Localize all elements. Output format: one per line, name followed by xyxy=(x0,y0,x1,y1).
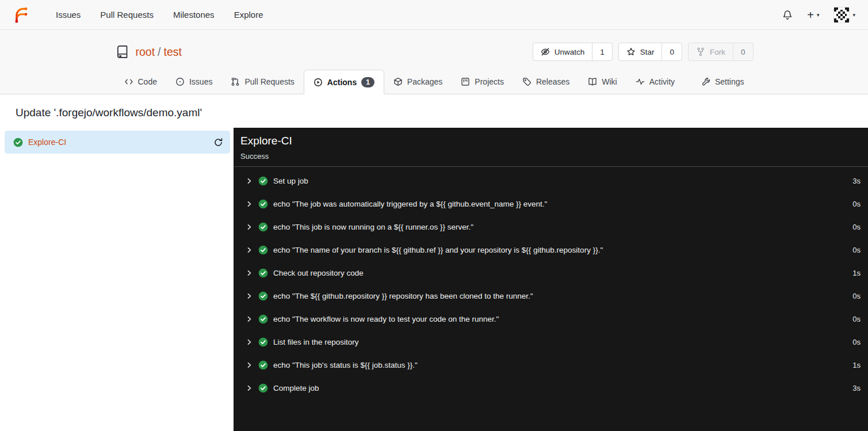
success-check-icon xyxy=(258,245,268,255)
play-circle-icon xyxy=(313,78,323,87)
bell-icon xyxy=(782,10,793,20)
step-row[interactable]: echo "The job was automatically triggere… xyxy=(234,192,868,215)
navbar-links: Issues Pull Requests Milestones Explore xyxy=(46,10,273,20)
success-check-icon xyxy=(258,222,268,232)
repo-owner-link[interactable]: root xyxy=(136,45,155,59)
chevron-right-icon[interactable] xyxy=(246,223,253,231)
tab-label: Wiki xyxy=(602,77,617,86)
step-row[interactable]: List files in the repository 0s xyxy=(234,330,868,353)
success-check-icon xyxy=(258,291,268,301)
unwatch-label: Unwatch xyxy=(555,48,585,56)
step-name: echo "This job's status is ${{ job.statu… xyxy=(273,361,418,369)
step-row[interactable]: echo "The workflow is now ready to test … xyxy=(234,307,868,330)
chevron-right-icon[interactable] xyxy=(246,246,253,254)
jobs-sidebar: Explore-CI xyxy=(0,128,234,431)
tab-wiki[interactable]: Wiki xyxy=(579,70,626,94)
tab-label: Projects xyxy=(475,77,504,86)
sidebar-job-explore-ci[interactable]: Explore-CI xyxy=(5,131,230,154)
tab-projects[interactable]: Projects xyxy=(452,70,513,94)
chevron-right-icon[interactable] xyxy=(246,200,253,208)
repo-tab-bar: Code Issues Pull Requests Actions 1 xyxy=(115,66,754,94)
navbar-item-explore[interactable]: Explore xyxy=(224,10,273,20)
success-check-icon xyxy=(258,337,268,347)
chevron-right-icon[interactable] xyxy=(246,315,253,323)
navbar-item-milestones[interactable]: Milestones xyxy=(163,10,224,20)
chevron-right-icon[interactable] xyxy=(246,338,253,346)
unwatch-button[interactable]: Unwatch xyxy=(533,43,592,60)
job-step-panel: Explore-CI Success Set up job 3s echo "T… xyxy=(234,128,868,431)
tab-settings[interactable]: Settings xyxy=(692,70,754,94)
step-row[interactable]: Set up job 3s xyxy=(234,169,868,192)
repo-name-link[interactable]: test xyxy=(164,45,182,59)
tab-actions[interactable]: Actions 1 xyxy=(304,70,384,94)
tab-label: Packages xyxy=(407,77,442,86)
book-open-icon xyxy=(588,77,597,86)
chevron-right-icon[interactable] xyxy=(246,177,253,185)
chevron-right-icon[interactable] xyxy=(246,269,253,277)
step-list: Set up job 3s echo "The job was automati… xyxy=(234,169,868,399)
navbar-item-pull-requests[interactable]: Pull Requests xyxy=(90,10,163,20)
tab-releases[interactable]: Releases xyxy=(513,70,579,94)
workflow-run-title: Update '.forgejo/workflows/demo.yaml' xyxy=(16,105,868,120)
success-check-icon xyxy=(13,138,23,147)
main-content: Update '.forgejo/workflows/demo.yaml' Ex… xyxy=(0,94,868,431)
success-check-icon xyxy=(258,199,268,209)
step-duration: 0s xyxy=(852,292,861,300)
create-new-button[interactable]: + ▾ xyxy=(807,9,819,21)
step-name: Set up job xyxy=(273,177,308,185)
step-row[interactable]: Check out repository code 1s xyxy=(234,261,868,284)
star-button-group: Star 0 xyxy=(618,43,682,61)
star-label: Star xyxy=(640,48,655,56)
repo-separator: / xyxy=(158,45,160,59)
step-name: echo "The job was automatically triggere… xyxy=(273,200,547,208)
step-row[interactable]: echo "This job is now running on a ${{ r… xyxy=(234,215,868,238)
chevron-down-icon: ▾ xyxy=(817,12,820,18)
success-check-icon xyxy=(258,360,268,370)
tab-label: Releases xyxy=(536,77,569,86)
forks-count[interactable]: 0 xyxy=(733,43,753,60)
refresh-icon[interactable] xyxy=(213,138,223,147)
package-cube-icon xyxy=(393,77,403,86)
plus-icon: + xyxy=(807,9,814,21)
chevron-right-icon[interactable] xyxy=(246,292,253,300)
watchers-count[interactable]: 1 xyxy=(592,43,612,60)
notifications-button[interactable] xyxy=(782,10,793,20)
fork-button[interactable]: Fork xyxy=(689,43,733,60)
tab-label: Pull Requests xyxy=(244,77,294,86)
chevron-right-icon[interactable] xyxy=(246,384,253,392)
pulse-icon xyxy=(636,77,645,86)
tab-issues[interactable]: Issues xyxy=(166,70,221,94)
star-button[interactable]: Star xyxy=(619,43,662,60)
stars-count[interactable]: 0 xyxy=(661,43,682,60)
success-check-icon xyxy=(258,268,268,278)
step-name: echo "The workflow is now ready to test … xyxy=(273,315,499,323)
step-duration: 3s xyxy=(852,177,861,185)
tab-label: Settings xyxy=(715,77,744,86)
chevron-right-icon[interactable] xyxy=(246,361,253,369)
tab-pull-requests[interactable]: Pull Requests xyxy=(221,70,303,94)
tab-activity[interactable]: Activity xyxy=(626,70,684,94)
job-status-text: Success xyxy=(240,152,861,161)
eye-slash-icon xyxy=(541,47,550,56)
user-menu-button[interactable]: ▾ xyxy=(833,7,855,23)
step-name: echo "The name of your branch is ${{ git… xyxy=(273,246,603,254)
step-duration: 0s xyxy=(852,200,861,208)
tab-packages[interactable]: Packages xyxy=(384,70,452,94)
pull-request-icon xyxy=(231,77,240,86)
step-row[interactable]: echo "The ${{ github.repository }} repos… xyxy=(234,284,868,307)
tab-code[interactable]: Code xyxy=(115,70,166,94)
step-row[interactable]: echo "The name of your branch is ${{ git… xyxy=(234,238,868,261)
step-duration: 1s xyxy=(852,269,861,277)
step-name: List files in the repository xyxy=(273,338,359,346)
navbar-item-issues[interactable]: Issues xyxy=(46,10,90,20)
tab-label: Code xyxy=(138,77,157,86)
top-navbar: Issues Pull Requests Milestones Explore … xyxy=(0,0,868,30)
home-link[interactable] xyxy=(13,6,30,24)
step-duration: 3s xyxy=(852,384,861,392)
step-row[interactable]: echo "This job's status is ${{ job.statu… xyxy=(234,353,868,376)
step-name: echo "This job is now running on a ${{ r… xyxy=(273,223,473,231)
step-name: Complete job xyxy=(273,384,319,392)
step-row[interactable]: Complete job 3s xyxy=(234,376,868,399)
success-check-icon xyxy=(258,176,268,186)
star-icon xyxy=(626,47,636,56)
